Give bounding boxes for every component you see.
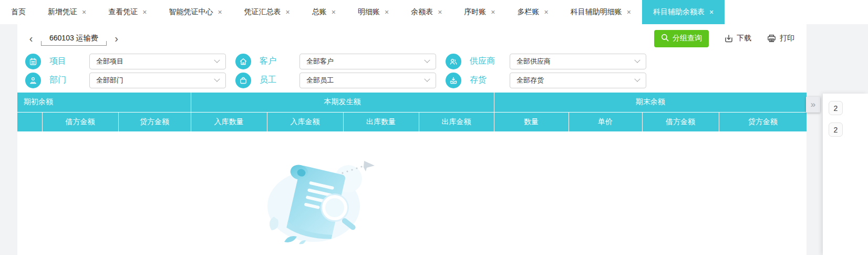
filter-panel: 项目 全部项目 客户 全部客户 供应商 全部供应商 <box>17 53 807 93</box>
employee-icon <box>235 73 251 88</box>
expand-columns-button[interactable]: » <box>806 97 820 113</box>
chevron-down-icon <box>424 76 430 81</box>
employee-select-value: 全部员工 <box>306 76 334 85</box>
filter-label: 存货 <box>470 75 510 86</box>
chevron-down-icon <box>214 57 220 63</box>
tab-multi-column-ledger[interactable]: 多栏账× <box>507 0 560 24</box>
chevron-down-icon <box>214 76 220 81</box>
filter-label: 部门 <box>49 75 89 86</box>
next-subject-button[interactable]: › <box>111 33 122 44</box>
chevron-down-icon <box>424 57 430 63</box>
tab-detail-ledger[interactable]: 明细账× <box>347 0 400 24</box>
project-select[interactable]: 全部项目 <box>89 54 226 69</box>
chevron-down-icon <box>634 76 640 81</box>
close-icon[interactable]: × <box>438 8 442 16</box>
search-icon <box>661 34 669 43</box>
close-icon[interactable]: × <box>709 8 714 16</box>
group-header-opening-balance: 期初余额 <box>17 93 191 112</box>
current-subject-label: 660103 运输费 <box>41 31 107 46</box>
balance-table: 期初余额 本期发生额 期末余额 借方金额 贷方金额 入库数量 入库金额 出库数量… <box>17 93 807 254</box>
print-icon <box>767 34 776 43</box>
column-header-empty <box>17 112 42 131</box>
column-header-unit-price: 单价 <box>569 112 642 131</box>
group-header-ending-balance: 期末余额 <box>494 93 807 112</box>
column-header-inbound-amount: 入库金额 <box>267 112 343 131</box>
download-icon <box>725 34 733 43</box>
column-header-ending-credit-amount: 贷方金额 <box>719 112 807 131</box>
column-header-ending-debit-amount: 借方金额 <box>642 112 719 131</box>
close-icon[interactable]: × <box>82 8 86 16</box>
empty-state-illustration <box>255 154 377 247</box>
supplier-icon <box>446 54 461 69</box>
project-select-value: 全部项目 <box>96 57 123 66</box>
close-icon[interactable]: × <box>332 8 336 16</box>
group-header-current-period: 本期发生额 <box>191 93 494 112</box>
department-icon <box>25 73 41 88</box>
tab-smart-voucher-center[interactable]: 智能凭证中心× <box>158 0 233 24</box>
filter-project: 项目 全部项目 <box>25 53 235 69</box>
column-header-credit-amount: 贷方金额 <box>118 112 191 131</box>
toolbar: ‹ 660103 运输费 › 分组查询 下载 打印 <box>17 24 807 53</box>
chevron-down-icon <box>634 57 640 63</box>
content-card: ‹ 660103 运输费 › 分组查询 下载 打印 <box>17 24 807 255</box>
filter-employee: 员工 全部员工 <box>235 72 446 88</box>
inventory-select-value: 全部存货 <box>516 76 544 85</box>
tab-subject-aux-balance[interactable]: 科目辅助余额表× <box>642 0 725 24</box>
tab-voucher-summary[interactable]: 凭证汇总表× <box>233 0 301 24</box>
table-column-header-row: 借方金额 贷方金额 入库数量 入库金额 出库数量 出库金额 数量 单价 借方金额… <box>17 112 807 131</box>
row-number-badge: 2 <box>829 101 843 115</box>
column-header-qty: 数量 <box>494 112 569 131</box>
prev-subject-button[interactable]: ‹ <box>25 33 37 44</box>
table-group-header-row: 期初余额 本期发生额 期末余额 <box>17 93 807 112</box>
filter-customer: 客户 全部客户 <box>235 53 446 69</box>
print-button[interactable]: 打印 <box>767 34 794 43</box>
inventory-icon <box>446 73 461 88</box>
filter-inventory: 存货 全部存货 <box>446 72 799 88</box>
column-header-inbound-qty: 入库数量 <box>191 112 267 131</box>
close-icon[interactable]: × <box>286 8 290 16</box>
tab-bar: 首页 新增凭证× 查看凭证× 智能凭证中心× 凭证汇总表× 总账× 明细账× 余… <box>0 0 868 24</box>
project-icon <box>25 54 41 69</box>
paper-plane-icon <box>364 161 375 171</box>
filter-label: 客户 <box>260 56 299 67</box>
row-number-badge: 2 <box>829 123 843 137</box>
filter-label: 项目 <box>49 56 89 67</box>
filter-department: 部门 全部部门 <box>25 72 235 88</box>
close-icon[interactable]: × <box>218 8 222 16</box>
filter-label: 员工 <box>260 75 299 86</box>
tab-general-ledger[interactable]: 总账× <box>301 0 347 24</box>
close-icon[interactable]: × <box>544 8 549 16</box>
download-button[interactable]: 下载 <box>725 34 751 43</box>
supplier-select[interactable]: 全部供应商 <box>510 54 646 69</box>
tab-home[interactable]: 首页 <box>0 0 37 24</box>
column-header-outbound-qty: 出库数量 <box>343 112 419 131</box>
tab-balance-sheet[interactable]: 余额表× <box>400 0 453 24</box>
tab-journal[interactable]: 序时账× <box>453 0 506 24</box>
frozen-side-panel: 2 2 <box>823 94 868 255</box>
inventory-select[interactable]: 全部存货 <box>510 73 646 88</box>
filter-supplier: 供应商 全部供应商 <box>446 53 799 69</box>
close-icon[interactable]: × <box>491 8 495 16</box>
close-icon[interactable]: × <box>142 8 147 16</box>
customer-icon <box>235 54 251 69</box>
department-select-value: 全部部门 <box>96 76 123 85</box>
filter-label: 供应商 <box>470 56 510 67</box>
supplier-select-value: 全部供应商 <box>516 57 551 66</box>
column-header-debit-amount: 借方金额 <box>42 112 118 131</box>
group-query-button[interactable]: 分组查询 <box>654 30 709 47</box>
tab-view-voucher[interactable]: 查看凭证× <box>97 0 158 24</box>
customer-select[interactable]: 全部客户 <box>299 54 436 69</box>
customer-select-value: 全部客户 <box>306 57 334 66</box>
employee-select[interactable]: 全部员工 <box>299 73 436 88</box>
tab-subject-aux-detail[interactable]: 科目辅助明细账× <box>560 0 642 24</box>
close-icon[interactable]: × <box>627 8 631 16</box>
column-header-outbound-amount: 出库金额 <box>419 112 494 131</box>
close-icon[interactable]: × <box>385 8 389 16</box>
toolbar-actions: 分组查询 下载 打印 <box>654 30 799 47</box>
department-select[interactable]: 全部部门 <box>89 73 226 88</box>
tab-new-voucher[interactable]: 新增凭证× <box>37 0 97 24</box>
empty-body-row <box>17 131 807 254</box>
